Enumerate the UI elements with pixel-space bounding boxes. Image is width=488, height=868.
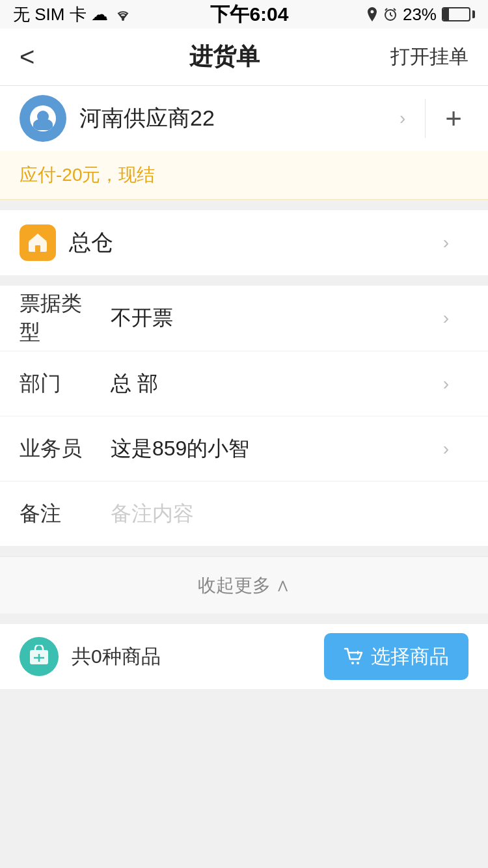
- nav-bar: < 进货单 打开挂单: [0, 29, 488, 86]
- remark-input[interactable]: 备注内容: [98, 500, 468, 528]
- product-icon: [20, 637, 59, 676]
- warehouse-icon: [20, 224, 56, 261]
- product-count-area: 共0种商品: [20, 637, 161, 676]
- warehouse-section[interactable]: 总仓 ›: [0, 210, 488, 275]
- supplier-name: 河南供应商22: [79, 103, 215, 133]
- battery-indicator: [442, 7, 475, 21]
- invoice-type-row[interactable]: 票据类型 不开票 ›: [0, 286, 488, 351]
- status-time: 下午6:04: [210, 1, 288, 28]
- supplier-row[interactable]: 河南供应商22 › +: [0, 86, 488, 151]
- form-section: 票据类型 不开票 › 部门 总 部 › 业务员 这是859的小智 › 备注 备注…: [0, 286, 488, 546]
- svg-line-3: [390, 15, 392, 16]
- page-title: 进货单: [189, 41, 260, 73]
- content-area: 河南供应商22 › + 应付-20元，现结 总仓 › 票据类: [0, 86, 488, 868]
- svg-point-9: [351, 662, 354, 664]
- department-value: 总 部: [98, 370, 443, 398]
- status-right: 23%: [366, 5, 475, 25]
- salesperson-label: 业务员: [20, 435, 98, 463]
- svg-line-5: [394, 8, 396, 10]
- bottom-bar: 共0种商品 选择商品: [0, 624, 488, 689]
- invoice-type-label: 票据类型: [20, 290, 98, 347]
- svg-point-0: [122, 18, 124, 21]
- location-icon: [366, 7, 378, 21]
- salesperson-chevron-icon: ›: [443, 439, 449, 459]
- product-count-text: 共0种商品: [72, 644, 161, 670]
- invoice-type-chevron-icon: ›: [443, 308, 449, 329]
- status-left: 无 SIM 卡 ☁: [13, 3, 133, 26]
- open-pending-button[interactable]: 打开挂单: [390, 44, 468, 70]
- collapse-text: 收起更多 ∧: [198, 573, 291, 598]
- collapse-button[interactable]: 收起更多 ∧: [0, 556, 488, 614]
- wifi-icon: [113, 7, 133, 21]
- department-row[interactable]: 部门 总 部 ›: [0, 351, 488, 416]
- lower-gray-area: [0, 699, 488, 868]
- notice-banner: 应付-20元，现结: [0, 151, 488, 200]
- invoice-type-value: 不开票: [98, 304, 443, 332]
- supplier-avatar: [20, 95, 66, 142]
- remark-row[interactable]: 备注 备注内容: [0, 481, 488, 546]
- svg-rect-7: [35, 245, 40, 252]
- collapse-section: 收起更多 ∧: [0, 556, 488, 614]
- avatar-icon: [30, 105, 56, 131]
- status-bar: 无 SIM 卡 ☁ 下午6:04 23%: [0, 0, 488, 29]
- svg-point-10: [357, 662, 359, 664]
- supplier-chevron-icon: ›: [400, 108, 405, 129]
- select-product-label: 选择商品: [371, 644, 449, 670]
- sim-label: 无 SIM 卡 ☁: [13, 3, 108, 26]
- battery-percent: 23%: [403, 5, 437, 25]
- warehouse-label: 总仓: [69, 228, 443, 258]
- department-chevron-icon: ›: [443, 373, 449, 394]
- warehouse-chevron-icon: ›: [443, 232, 449, 253]
- back-button[interactable]: <: [20, 42, 59, 72]
- notice-text: 应付-20元，现结: [20, 165, 155, 185]
- supplier-section: 河南供应商22 › + 应付-20元，现结: [0, 86, 488, 200]
- supplier-left: 河南供应商22: [20, 95, 400, 142]
- warehouse-row[interactable]: 总仓 ›: [0, 210, 488, 275]
- department-label: 部门: [20, 370, 98, 398]
- svg-line-4: [385, 8, 387, 10]
- alarm-icon: [383, 7, 398, 21]
- salesperson-row[interactable]: 业务员 这是859的小智 ›: [0, 416, 488, 481]
- select-product-button[interactable]: 选择商品: [324, 633, 468, 680]
- cart-icon: [344, 647, 364, 666]
- add-supplier-button[interactable]: +: [426, 102, 468, 135]
- salesperson-value: 这是859的小智: [98, 435, 443, 463]
- remark-label: 备注: [20, 500, 98, 528]
